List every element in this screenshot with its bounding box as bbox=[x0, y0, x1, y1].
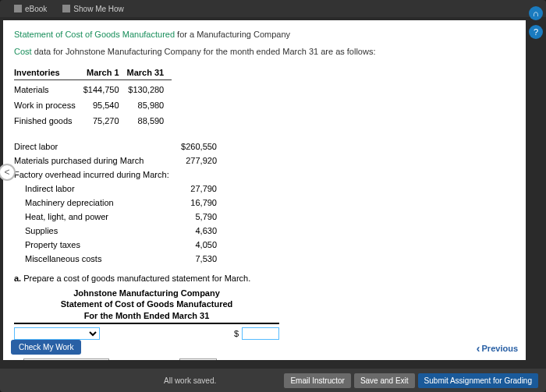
col-march31: March 31 bbox=[127, 65, 172, 80]
tab-showme[interactable]: Show Me How bbox=[55, 2, 131, 16]
footer-bar: All work saved. Email Instructor Save an… bbox=[0, 369, 546, 392]
help-icons: ∩ ? bbox=[529, 6, 543, 39]
tab-ebook[interactable]: eBook bbox=[6, 2, 55, 16]
title-link[interactable]: Statement of Cost of Goods Manufactured bbox=[14, 30, 175, 39]
statement-form: Johnstone Manufacturing CompanyStatement… bbox=[14, 288, 515, 360]
inventories-table: InventoriesMarch 1March 31 Materials$144… bbox=[14, 65, 172, 129]
page-title: Statement of Cost of Goods Manufactured … bbox=[14, 30, 515, 39]
content-area: Statement of Cost of Goods Manufactured … bbox=[3, 20, 526, 360]
question-a: a. Prepare a cost of goods manufactured … bbox=[14, 274, 515, 283]
data-row: Supplies4,630 bbox=[14, 224, 515, 238]
dollar-sign: $ bbox=[234, 329, 239, 338]
help-icon[interactable]: ? bbox=[529, 25, 543, 39]
previous-link[interactable]: ‹Previous bbox=[477, 342, 518, 355]
headset-icon[interactable]: ∩ bbox=[529, 6, 543, 20]
save-exit-button[interactable]: Save and Exit bbox=[354, 373, 415, 388]
tab-bar: eBook Show Me How bbox=[0, 0, 546, 17]
video-icon bbox=[62, 5, 70, 12]
data-row: Indirect labor27,790 bbox=[14, 182, 515, 196]
data-row: Property taxes4,050 bbox=[14, 238, 515, 252]
save-status: All work saved. bbox=[164, 376, 216, 385]
data-row: Factory overhead incurred during March: bbox=[14, 168, 515, 182]
check-my-work-button[interactable]: Check My Work bbox=[11, 340, 81, 355]
data-row: Direct labor$260,550 bbox=[14, 139, 515, 154]
direct-materials-label: Direct materials: bbox=[14, 343, 515, 355]
line1-amount[interactable] bbox=[242, 327, 279, 340]
line2-select[interactable] bbox=[23, 358, 109, 360]
line2-amount[interactable] bbox=[179, 358, 217, 360]
col-march1: March 1 bbox=[83, 65, 127, 80]
data-row: Miscellaneous costs7,530 bbox=[14, 252, 515, 266]
cost-link[interactable]: Cost bbox=[14, 47, 32, 56]
data-row: Machinery depreciation16,790 bbox=[14, 196, 515, 210]
chevron-left-icon: ‹ bbox=[477, 342, 480, 355]
title-rest: for a Manufacturing Company bbox=[175, 30, 290, 39]
table-row: Materials$144,750$130,280 bbox=[14, 80, 172, 98]
book-icon bbox=[14, 5, 22, 12]
table-row: Finished goods75,27088,590 bbox=[14, 113, 172, 129]
tab-showme-label: Show Me How bbox=[73, 5, 123, 13]
cost-data-list: Direct labor$260,550Materials purchased … bbox=[14, 139, 515, 266]
submit-button[interactable]: Submit Assignment for Grading bbox=[418, 373, 538, 388]
data-row: Heat, light, and power5,790 bbox=[14, 210, 515, 224]
line1-select[interactable] bbox=[14, 327, 100, 340]
subtitle-rest: data for Johnstone Manufacturing Company… bbox=[32, 47, 376, 56]
tab-ebook-label: eBook bbox=[25, 5, 47, 13]
subtitle: Cost data for Johnstone Manufacturing Co… bbox=[14, 47, 515, 56]
statement-header: Johnstone Manufacturing CompanyStatement… bbox=[14, 288, 279, 324]
col-inventories: Inventories bbox=[14, 65, 83, 80]
data-row: Materials purchased during March277,920 bbox=[14, 154, 515, 168]
table-row: Work in process95,54085,980 bbox=[14, 97, 172, 113]
email-instructor-button[interactable]: Email Instructor bbox=[284, 373, 350, 388]
